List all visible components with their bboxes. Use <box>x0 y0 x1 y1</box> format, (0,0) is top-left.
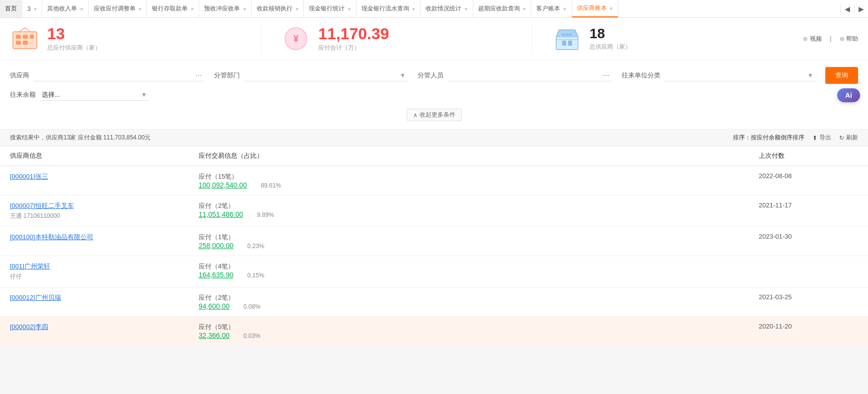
person-label: 分管人员 <box>418 71 443 80</box>
unit-type-dropdown-wrap: ▼ <box>664 69 816 81</box>
table-row: [001]广州荣轩 仔仔 应付（4笔） 164,635.90 0.15% <box>0 256 868 287</box>
balance-select[interactable]: 选择... <box>40 89 149 100</box>
transaction-cell: 应付（2笔） 11,051,486.00 9.89% <box>199 201 759 218</box>
sort-label[interactable]: 排序：按应付余额倒序排序 <box>733 133 804 142</box>
help-link[interactable]: ⊙ 帮助 <box>840 35 858 43</box>
nav-tab-overdue[interactable]: 超期应收款查询 × <box>473 0 531 17</box>
dept-field: 分管部门 ▼ <box>214 69 408 81</box>
close-icon[interactable]: × <box>610 5 613 11</box>
unit-type-field: 往来单位分类 ▼ <box>622 69 816 81</box>
svg-rect-13 <box>569 34 572 36</box>
supplier-link[interactable]: [000007]恒旺二手叉车 <box>10 201 199 210</box>
nav-tab-home[interactable]: 首页 <box>0 0 22 17</box>
stat-number-payable: 11,170.39 <box>318 26 389 42</box>
video-link[interactable]: ⊙ 视频 <box>803 35 821 43</box>
close-icon[interactable]: × <box>523 6 526 12</box>
dept-select[interactable] <box>244 69 408 81</box>
query-button[interactable]: 查询 <box>825 67 858 84</box>
close-icon[interactable]: × <box>412 6 415 12</box>
svg-rect-12 <box>566 34 568 36</box>
person-input-wrap: ··· <box>447 69 612 81</box>
close-icon[interactable]: × <box>191 6 194 12</box>
nav-tab-collection[interactable]: 收款核销执行 × <box>252 0 304 17</box>
supplier-input-wrap: ··· <box>33 69 204 81</box>
nav-tab-prepay[interactable]: 预收冲应收单 × <box>199 0 251 17</box>
supplier-link[interactable]: [001]广州荣轩 <box>10 262 199 271</box>
tx-amount[interactable]: 164,635.90 <box>199 271 233 279</box>
tx-row: 100,092,540.00 89.61% <box>199 181 759 189</box>
nav-tab-adjustment[interactable]: 应收应付调整单 × <box>89 0 147 17</box>
svg-rect-11 <box>562 34 565 36</box>
nav-tab-supplier[interactable]: 供应商账本 × <box>572 0 618 17</box>
supplier-cell: [000012]广州贝瑞 <box>10 293 199 302</box>
svg-rect-10 <box>568 41 572 46</box>
stat-label-total: 总供应商（家） <box>589 43 631 51</box>
export-button[interactable]: ⬆ 导出 <box>812 133 831 142</box>
close-icon[interactable]: × <box>34 6 37 12</box>
transaction-cell: 应付（2笔） 94,600.00 0.08% <box>199 293 759 310</box>
table-row: [000012]广州贝瑞 应付（2笔） 94,600.00 0.08% 2021… <box>0 287 868 317</box>
ai-button[interactable]: Ai <box>837 88 860 102</box>
lastpay-cell: 2021-03-25 <box>759 293 858 301</box>
nav-tab-customer[interactable]: 客户账本 × <box>531 0 572 17</box>
stat-block-payable: ¥ 11,170.39 应付合计（万） <box>281 24 532 54</box>
stat-info-suppliers: 13 总应付供应商（家） <box>47 26 101 52</box>
nav-tab-other-income[interactable]: 其他收入单 × <box>42 0 88 17</box>
collapse-button[interactable]: ∧ 收起更多条件 <box>407 109 462 121</box>
nav-tab-bank[interactable]: 银行存取款单 × <box>147 0 199 17</box>
transaction-cell: 应付（15笔） 100,092,540.00 89.61% <box>199 172 759 189</box>
close-icon[interactable]: × <box>295 6 298 12</box>
col-header-lastpay: 上次付数 <box>759 151 858 160</box>
stat-number-total: 18 <box>589 27 631 41</box>
person-dots-icon[interactable]: ··· <box>603 71 609 80</box>
prepay-label: 预收冲应收单 <box>204 4 240 13</box>
supplier-icon <box>10 24 40 54</box>
tx-amount[interactable]: 32,366.00 <box>199 331 229 339</box>
svg-rect-5 <box>23 41 28 45</box>
supplier-link[interactable]: [000012]广州贝瑞 <box>10 293 199 302</box>
close-icon[interactable]: × <box>80 6 83 12</box>
tx-label: 应付（2笔） <box>199 201 759 210</box>
tx-row: 32,366.00 0.03% <box>199 331 759 339</box>
close-icon[interactable]: × <box>464 6 467 12</box>
tx-row: 94,600.00 0.08% <box>199 302 759 310</box>
supplier-link[interactable]: [000100]本特勒油品有限公司 <box>10 233 199 242</box>
adjustment-label: 应收应付调整单 <box>94 4 136 13</box>
supplier-cell: [000001]张三 <box>10 172 199 181</box>
nav-left-arrow[interactable]: ◀ <box>840 5 854 13</box>
nav-arrows: ◀ ▶ <box>840 5 868 13</box>
svg-text:¥: ¥ <box>293 34 298 44</box>
tx-amount[interactable]: 94,600.00 <box>199 302 229 310</box>
tx-amount[interactable]: 100,092,540.00 <box>199 181 247 189</box>
nav-tab-3[interactable]: 3 × <box>22 0 42 17</box>
nav-right-arrow[interactable]: ▶ <box>854 5 868 13</box>
transaction-cell: 应付（1笔） 258,000.00 0.23% <box>199 233 759 250</box>
last-pay-date: 2022-08-08 <box>759 172 792 180</box>
close-icon[interactable]: × <box>243 6 246 12</box>
tx-label: 应付（2笔） <box>199 293 759 302</box>
close-icon[interactable]: × <box>139 6 142 12</box>
nav-tab-cash-flow[interactable]: 现金银行流水查询 × <box>357 0 421 17</box>
stat-label-suppliers: 总应付供应商（家） <box>47 44 101 52</box>
supplier-field: 供应商 ··· <box>10 69 204 81</box>
bank-label: 银行存取款单 <box>152 4 188 13</box>
tx-amount[interactable]: 11,051,486.00 <box>199 210 243 218</box>
table-row: [000100]本特勒油品有限公司 应付（1笔） 258,000.00 0.23… <box>0 227 868 256</box>
tx-amount[interactable]: 258,000.00 <box>199 242 233 250</box>
close-icon[interactable]: × <box>348 6 351 12</box>
nav-tab-collection-stat[interactable]: 收款情况统计 × <box>421 0 473 17</box>
supplier-dots-icon[interactable]: ··· <box>195 71 202 80</box>
supplier-link[interactable]: [000001]张三 <box>10 172 199 181</box>
top-navigation: 首页 3 × 其他收入单 × 应收应付调整单 × 银行存取款单 × 预收冲应收单… <box>0 0 868 18</box>
nav-tab-cash-bank-stat[interactable]: 现金银行统计 × <box>304 0 356 17</box>
unit-type-select[interactable] <box>664 69 816 81</box>
supplier-input[interactable] <box>33 69 204 81</box>
table-header: 供应商信息 应付交易信息（占比） 上次付数 <box>0 146 868 166</box>
refresh-button[interactable]: ↻ 刷新 <box>839 133 858 142</box>
supplier-link[interactable]: [000002]李四 <box>10 323 199 331</box>
person-input[interactable] <box>447 69 612 81</box>
svg-rect-4 <box>16 41 21 45</box>
unit-type-label: 往来单位分类 <box>622 71 660 80</box>
close-icon[interactable]: × <box>563 6 566 12</box>
table-row: [000002]李四 应付（5笔） 32,366.00 0.03% 2020-1… <box>0 317 868 346</box>
